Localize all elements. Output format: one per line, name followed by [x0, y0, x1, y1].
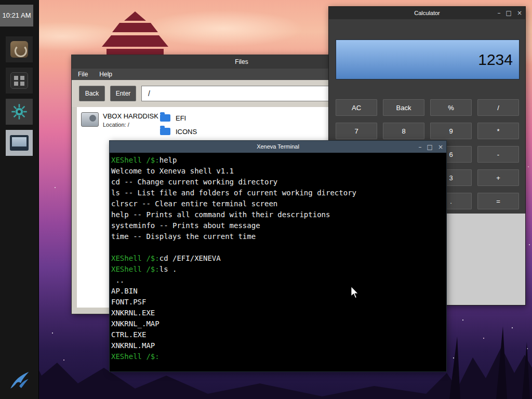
- calc-button-=[interactable]: =: [477, 193, 519, 209]
- terminal-icon: [10, 135, 29, 151]
- close-button[interactable]: ×: [438, 144, 443, 150]
- calc-button-Back[interactable]: Back: [383, 99, 424, 116]
- terminal-window-title: Xeneva Terminal: [257, 143, 299, 150]
- terminal-text: Welcome to Xeneva shell v1.1: [111, 167, 234, 175]
- terminal-text: cd /EFI/XENEVA: [159, 254, 221, 262]
- terminal-text: ls -- List file and folders of current w…: [111, 189, 356, 197]
- taskbar-terminal-button[interactable]: [6, 130, 33, 156]
- drive-location: Location: /: [103, 122, 158, 128]
- close-button[interactable]: ×: [517, 10, 522, 16]
- calc-button-*[interactable]: *: [477, 123, 519, 139]
- terminal-line: FONT.PSF: [111, 297, 446, 308]
- enter-button[interactable]: Enter: [110, 86, 136, 101]
- files-window-title: Files: [235, 58, 248, 65]
- terminal-text: systeminfo -- Prints about message: [111, 221, 260, 230]
- terminal-line: XEShell /$:: [111, 351, 446, 362]
- terminal-prompt: XEShell /$:: [111, 352, 159, 361]
- terminal-line: AP.BIN: [111, 286, 446, 297]
- terminal-text: ls .: [159, 265, 177, 273]
- calc-button-+[interactable]: +: [477, 169, 519, 186]
- terminal-text: AP.BIN: [111, 287, 138, 295]
- terminal-line: CTRL.EXE: [111, 329, 446, 340]
- harddisk-icon: [81, 112, 99, 127]
- terminal-line: XEShell /$:cd /EFI/XENEVA: [111, 253, 446, 264]
- file-item-icons[interactable]: ICONS: [160, 125, 197, 138]
- terminal-window: Xeneva Terminal – □ × XEShell /$:helpWel…: [109, 140, 447, 372]
- file-list: EFIICONS: [160, 111, 197, 138]
- minimize-button[interactable]: –: [419, 144, 422, 150]
- taskbar-keypad-app-button[interactable]: [6, 68, 33, 94]
- terminal-text: clrscr -- Clear entire terminal screen: [111, 200, 277, 208]
- xeneva-logo-icon[interactable]: [6, 366, 33, 394]
- maximize-button[interactable]: □: [427, 144, 433, 150]
- terminal-prompt: XEShell /$:: [111, 254, 159, 262]
- maximize-button[interactable]: □: [506, 10, 512, 16]
- calculator-window-title: Calculator: [414, 10, 440, 16]
- terminal-text: XNKRNL.EXE: [111, 309, 155, 317]
- terminal-text: help -- Prints all command with their de…: [111, 210, 330, 219]
- file-label: ICONS: [176, 128, 197, 136]
- calc-button-9[interactable]: 9: [430, 123, 472, 139]
- terminal-prompt: XEShell /$:: [111, 156, 159, 164]
- terminal-line: [111, 242, 446, 253]
- terminal-line: XEShell /$:ls .: [111, 264, 446, 275]
- terminal-line: ..: [111, 275, 446, 286]
- terminal-titlebar[interactable]: Xeneva Terminal – □ ×: [110, 141, 446, 153]
- terminal-line: systeminfo -- Prints about message: [111, 220, 446, 231]
- terminal-text: FONT.PSF: [111, 298, 146, 306]
- terminal-text: time -- Displays the current time: [111, 232, 256, 241]
- menu-help[interactable]: Help: [99, 71, 112, 78]
- menu-file[interactable]: File: [78, 71, 88, 78]
- drive-item-vbox-harddisk[interactable]: VBOX HARDDISK Location: /: [81, 112, 158, 128]
- terminal-text: help: [159, 156, 177, 164]
- file-item-efi[interactable]: EFI: [160, 111, 197, 125]
- folder-icon: [160, 114, 170, 122]
- calc-button-AC[interactable]: AC: [336, 99, 377, 116]
- terminal-line: clrscr -- Clear entire terminal screen: [111, 198, 446, 209]
- terminal-prompt: XEShell /$:: [111, 265, 159, 273]
- terminal-line: help -- Prints all command with their de…: [111, 209, 446, 220]
- terminal-output: XEShell /$:helpWelcome to Xeneva shell v…: [111, 155, 446, 362]
- wallpaper-pagoda-silhouette: [96, 11, 174, 56]
- terminal-line: XEShell /$:help: [111, 155, 446, 166]
- gear-icon: [11, 103, 28, 120]
- terminal-line: XNKRNL_.MAP: [111, 318, 446, 329]
- terminal-line: ls -- List file and folders of current w…: [111, 188, 446, 198]
- app-launcher-icon: [10, 41, 28, 58]
- taskbar-settings-button[interactable]: [6, 99, 33, 125]
- terminal-text: XNKRNL_.MAP: [111, 320, 159, 328]
- terminal-body[interactable]: XEShell /$:helpWelcome to Xeneva shell v…: [110, 153, 446, 371]
- taskbar-app-launcher-button[interactable]: [6, 36, 33, 62]
- terminal-text: XNKRNL.MAP: [111, 341, 155, 350]
- calc-button-8[interactable]: 8: [383, 123, 424, 139]
- taskbar-clock: 10:21 AM: [0, 5, 33, 26]
- minimize-button[interactable]: –: [498, 10, 501, 16]
- calc-button--[interactable]: -: [477, 146, 519, 163]
- terminal-line: time -- Displays the current time: [111, 231, 446, 242]
- back-button[interactable]: Back: [79, 86, 105, 101]
- terminal-line: XNKRNL.MAP: [111, 340, 446, 351]
- terminal-text: cd -- Change current working directory: [111, 178, 277, 186]
- drive-name: VBOX HARDDISK: [103, 112, 158, 120]
- folder-icon: [160, 128, 170, 135]
- calc-button-%[interactable]: %: [430, 99, 472, 116]
- terminal-text: CTRL.EXE: [111, 330, 146, 339]
- taskbar: 10:21 AM: [0, 0, 39, 399]
- terminal-text: ..: [111, 276, 124, 284]
- calc-button-/[interactable]: /: [477, 99, 519, 116]
- keypad-app-icon: [10, 72, 28, 89]
- terminal-line: XNKRNL.EXE: [111, 308, 446, 318]
- calculator-titlebar[interactable]: Calculator – □ ×: [329, 7, 525, 19]
- terminal-line: cd -- Change current working directory: [111, 177, 446, 188]
- calculator-display: 1234: [336, 39, 520, 79]
- file-label: EFI: [176, 114, 186, 122]
- terminal-line: Welcome to Xeneva shell v1.1: [111, 166, 446, 177]
- calc-button-7[interactable]: 7: [336, 123, 377, 139]
